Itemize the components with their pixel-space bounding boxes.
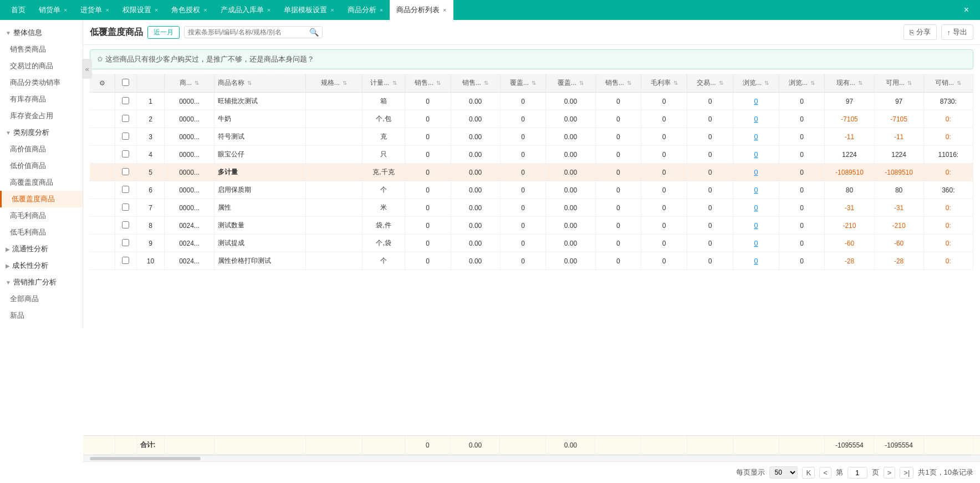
window-close-button[interactable]: × <box>957 5 976 15</box>
scrollbar-thumb[interactable] <box>90 457 201 460</box>
row-checkbox[interactable] <box>122 133 129 140</box>
row-checkbox[interactable] <box>122 150 129 157</box>
col-header-browse[interactable]: 浏览... ⇅ <box>733 74 779 93</box>
cell-checkbox[interactable] <box>115 235 136 252</box>
nav-item-goods-analysis[interactable]: 商品分析 × <box>341 0 390 20</box>
nav-close-permissions[interactable]: × <box>155 7 158 13</box>
first-page-button[interactable]: K <box>802 467 815 479</box>
sidebar-item-low-coverage[interactable]: 低覆盖度商品 <box>0 191 83 207</box>
nav-item-goods-analysis-list[interactable]: 商品分析列表 × <box>390 0 453 20</box>
col-header-browse2[interactable]: 浏览... ⇅ <box>779 74 825 93</box>
nav-item-roles[interactable]: 角色授权 × <box>165 0 213 20</box>
sidebar-section-marketing[interactable]: ▼ 营销推广分析 <box>0 274 83 291</box>
sidebar-item-low-gross[interactable]: 低毛利商品 <box>0 224 83 241</box>
sidebar-item-sales-goods[interactable]: 销售类商品 <box>0 41 83 58</box>
cell-browse[interactable]: 0 <box>733 146 779 164</box>
sidebar-item-category-rate[interactable]: 商品分类动销率 <box>0 74 83 91</box>
col-header-trans[interactable]: 交易... ⇅ <box>687 74 733 93</box>
prev-page-button[interactable]: < <box>819 467 831 479</box>
nav-close-template[interactable]: × <box>330 7 334 13</box>
cell-checkbox[interactable] <box>115 199 136 217</box>
sidebar-item-new-goods[interactable]: 新品 <box>0 307 83 324</box>
col-header-sales-days[interactable]: 销售... ⇅ <box>595 74 641 93</box>
page-size-select[interactable]: 50 100 200 <box>769 466 798 479</box>
sidebar-section-growth[interactable]: ▶ 成长性分析 <box>0 257 83 274</box>
cell-checkbox[interactable] <box>115 128 136 146</box>
cell-browse[interactable]: 0 <box>733 252 779 270</box>
col-header-spec[interactable]: 规格... ⇅ <box>306 74 363 93</box>
col-header-code[interactable]: 商... ⇅ <box>165 74 214 93</box>
sidebar-section-category[interactable]: ▼ 类别度分析 <box>0 124 83 141</box>
next-page-button[interactable]: > <box>884 467 896 479</box>
cell-checkbox[interactable] <box>115 164 136 181</box>
cell-browse[interactable]: 0 <box>733 93 779 110</box>
nav-item-product-inbound[interactable]: 产成品入库单 × <box>214 0 277 20</box>
sidebar-section-liquidity[interactable]: ▶ 流通性分析 <box>0 241 83 257</box>
col-header-avail[interactable]: 可用... ⇅ <box>874 74 923 93</box>
col-header-gross-rate[interactable]: 毛利率 ⇅ <box>641 74 687 93</box>
row-checkbox[interactable] <box>122 186 129 193</box>
page-number-input[interactable] <box>848 467 867 479</box>
cell-checkbox[interactable] <box>115 252 136 270</box>
sidebar-item-high-gross[interactable]: 高毛利商品 <box>0 207 83 224</box>
nav-close-product-inbound[interactable]: × <box>267 7 270 13</box>
cell-browse[interactable]: 0 <box>733 235 779 252</box>
col-header-cover-num[interactable]: 覆盖... ⇅ <box>500 74 546 93</box>
sidebar-item-high-coverage[interactable]: 高覆盖度商品 <box>0 174 83 191</box>
cell-browse[interactable]: 0 <box>733 110 779 128</box>
export-button[interactable]: ↑ 导出 <box>941 24 974 40</box>
sidebar-item-stock-capital[interactable]: 库存资金占用 <box>0 108 83 124</box>
sidebar-collapse-button[interactable]: « <box>82 59 92 79</box>
cell-browse[interactable]: 0 <box>733 199 779 217</box>
cell-browse[interactable]: 0 <box>733 217 779 235</box>
nav-item-permissions[interactable]: 权限设置 × <box>116 0 165 20</box>
search-icon[interactable]: 🔍 <box>309 28 319 37</box>
sidebar-item-low-value[interactable]: 低价值商品 <box>0 157 83 174</box>
nav-item-home[interactable]: 首页 <box>4 0 32 20</box>
row-checkbox[interactable] <box>122 257 129 264</box>
search-input[interactable] <box>188 28 309 36</box>
nav-close-purchase[interactable]: × <box>105 7 109 13</box>
sidebar-item-all-goods[interactable]: 全部商品 <box>0 291 83 307</box>
col-header-sales-amt[interactable]: 销售... ⇅ <box>451 74 500 93</box>
sidebar-item-high-value[interactable]: 高价值商品 <box>0 141 83 157</box>
sidebar-item-traded-goods[interactable]: 交易过的商品 <box>0 58 83 74</box>
col-header-sellable[interactable]: 可销... ⇅ <box>923 74 973 93</box>
row-checkbox[interactable] <box>122 239 129 246</box>
share-button[interactable]: ⎘ 分享 <box>904 24 937 40</box>
cell-checkbox[interactable] <box>115 181 136 199</box>
cell-checkbox[interactable] <box>115 146 136 164</box>
row-checkbox[interactable] <box>122 168 129 175</box>
cell-browse[interactable]: 0 <box>733 128 779 146</box>
col-header-name[interactable]: 商品名称 ⇅ <box>214 74 306 93</box>
col-header-checkbox[interactable] <box>115 74 136 93</box>
col-header-setting[interactable]: ⚙ <box>90 74 115 93</box>
select-all-checkbox[interactable] <box>122 79 129 86</box>
col-header-unit[interactable]: 计量... ⇅ <box>362 74 405 93</box>
cell-browse[interactable]: 0 <box>733 181 779 199</box>
nav-item-sales[interactable]: 销货单 × <box>32 0 74 20</box>
nav-close-roles[interactable]: × <box>203 7 207 13</box>
cell-checkbox[interactable] <box>115 110 136 128</box>
row-checkbox[interactable] <box>122 97 129 104</box>
row-checkbox[interactable] <box>122 221 129 228</box>
cell-setting <box>90 93 115 110</box>
nav-close-goods-analysis-list[interactable]: × <box>443 7 446 13</box>
cell-checkbox[interactable] <box>115 217 136 235</box>
col-header-cover-rate[interactable]: 覆盖... ⇅ <box>546 74 595 93</box>
col-header-sales-num[interactable]: 销售... ⇅ <box>405 74 451 93</box>
nav-item-template[interactable]: 单据模板设置 × <box>277 0 340 20</box>
last-page-button[interactable]: >| <box>900 467 913 479</box>
nav-close-goods-analysis[interactable]: × <box>380 7 383 13</box>
nav-item-purchase[interactable]: 进货单 × <box>74 0 115 20</box>
horizontal-scrollbar[interactable] <box>83 455 980 461</box>
sidebar-section-overview[interactable]: ▼ 整体信息 <box>0 24 83 41</box>
cell-browse[interactable]: 0 <box>733 164 779 181</box>
time-filter-button[interactable]: 近一月 <box>147 26 180 39</box>
row-checkbox[interactable] <box>122 204 129 211</box>
col-header-current[interactable]: 现有... ⇅ <box>825 74 874 93</box>
nav-close-sales[interactable]: × <box>64 7 67 13</box>
row-checkbox[interactable] <box>122 115 129 122</box>
cell-checkbox[interactable] <box>115 93 136 110</box>
sidebar-item-in-stock[interactable]: 有库存商品 <box>0 91 83 108</box>
